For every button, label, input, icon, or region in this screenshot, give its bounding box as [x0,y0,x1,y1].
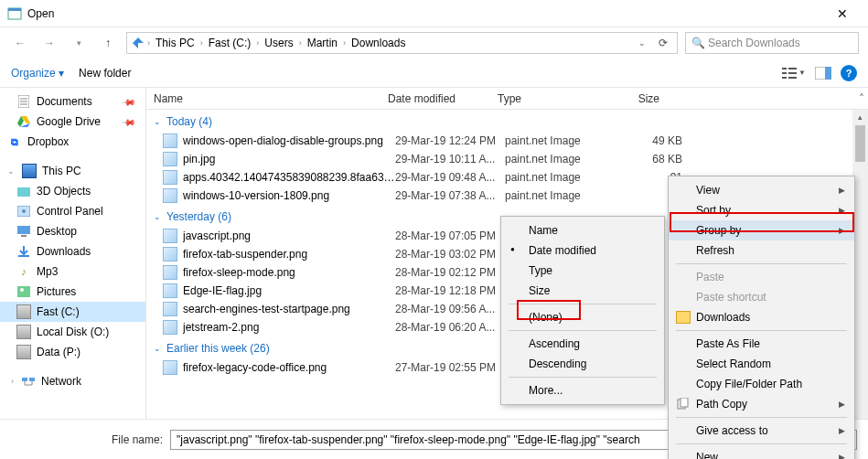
crumb-users[interactable]: Users [261,37,296,49]
sidebar-item-label: 3D Objects [37,185,91,197]
chevron-right-icon[interactable]: › [299,38,302,48]
file-date: 28-Mar-19 06:20 A... [395,321,505,334]
menu-downloads[interactable]: Downloads [669,307,854,327]
svg-rect-7 [788,77,797,79]
menu-paste-as-file[interactable]: Paste As File [669,334,854,354]
menu-descending[interactable]: Descending [501,354,664,374]
menu-date-modified[interactable]: Date modified [501,240,664,261]
col-type[interactable]: Type [490,92,604,105]
crumb-thispc[interactable]: This PC [152,37,198,49]
view-mode-button[interactable]: ▼ [782,67,806,80]
menu-copy-path[interactable]: Copy File/Folder Path [669,374,854,394]
sidebar-item-label: Data (P:) [37,346,80,358]
menu-refresh[interactable]: Refresh [669,240,854,261]
group-title: Yesterday (6) [166,210,231,223]
menu-paste[interactable]: Paste [669,267,854,287]
menu-ascending[interactable]: Ascending [501,334,664,354]
sidebar-item[interactable]: Documents📌 [0,91,145,112]
file-size: 49 KB [618,134,682,147]
help-button[interactable]: ? [841,65,857,81]
sidebar-item[interactable]: Pictures [0,282,145,302]
sidebar-item[interactable]: ♪Mp3 [0,262,145,282]
file-name: javascript.png [183,230,395,242]
menu-size[interactable]: Size [501,281,664,301]
address-bar[interactable]: › This PC › Fast (C:) › Users › Martin ›… [126,32,678,54]
organize-button[interactable]: Organize ▾ [11,67,64,80]
crumb-downloads[interactable]: Downloads [348,37,409,49]
file-name: pin.jpg [183,153,395,165]
recent-dropdown[interactable]: ▾ [68,32,90,54]
sidebar-item[interactable]: Desktop [0,221,145,241]
group-header[interactable]: ⌄Today (4) [146,110,868,132]
crumb-user[interactable]: Martin [304,37,341,49]
address-dropdown[interactable]: ⌄ [633,38,651,48]
col-date[interactable]: Date modified [380,92,490,105]
svg-rect-3 [782,72,787,74]
menu-select-random[interactable]: Select Random [669,354,854,374]
file-name: firefox-tab-suspender.png [183,248,395,261]
svg-rect-5 [788,68,797,69]
col-size[interactable]: Size [604,92,668,105]
sidebar-item[interactable]: Data (P:) [0,342,145,362]
menu-type[interactable]: Type [501,261,664,281]
crumb-drive[interactable]: Fast (C:) [205,37,255,49]
menu-new[interactable]: New▶ [669,447,854,459]
sidebar-item-label: This PC [42,165,81,177]
svg-rect-20 [17,226,30,234]
sidebar-item[interactable]: Downloads [0,241,145,262]
sidebar-item-label: Fast (C:) [37,305,80,318]
chevron-right-icon[interactable]: › [343,38,346,48]
toolbar: Organize ▾ New folder ▼ ? [0,59,868,88]
sidebar-item[interactable]: Google Drive📌 [0,112,145,132]
file-row[interactable]: pin.jpg 29-Mar-19 10:11 A... paint.net I… [146,150,868,168]
menu-view[interactable]: View▶ [669,180,854,200]
folder-icon [676,311,691,324]
svg-rect-31 [680,398,688,407]
sidebar-item[interactable]: Fast (C:) [0,302,145,322]
menu-give-access[interactable]: Give access to▶ [669,421,854,441]
forward-button[interactable]: → [38,32,60,54]
file-icon [163,152,177,166]
svg-rect-4 [782,77,787,79]
preview-pane-button[interactable] [815,67,831,80]
back-button[interactable]: ← [9,32,31,54]
sidebar: Documents📌Google Drive📌⧉Dropbox⌄This PC3… [0,88,146,435]
file-type: paint.net Image [505,171,618,184]
menu-more[interactable]: More... [501,380,664,400]
sidebar-item[interactable]: ⧉Dropbox [0,132,145,152]
chevron-right-icon[interactable]: › [200,38,203,48]
file-date: 29-Mar-19 09:48 A... [395,171,505,184]
search-icon: 🔍 [691,37,704,49]
up-button[interactable]: ↑ [97,32,119,54]
file-type: paint.net Image [505,134,618,147]
sidebar-item[interactable]: 3D Objects [0,181,145,201]
chevron-right-icon[interactable]: › [147,38,150,48]
sidebar-item-label: Desktop [37,225,77,238]
new-folder-button[interactable]: New folder [79,67,131,80]
menu-paste-shortcut[interactable]: Paste shortcut [669,287,854,307]
sidebar-item[interactable]: ›Network [0,371,145,391]
chevron-right-icon[interactable]: › [256,38,259,48]
svg-rect-6 [788,72,797,74]
chevron-down-icon: ⌄ [154,212,161,221]
file-icon [163,133,177,148]
file-type: paint.net Image [505,189,618,202]
sidebar-item[interactable]: Local Disk (O:) [0,322,145,342]
nav-row: ← → ▾ ↑ › This PC › Fast (C:) › Users › … [0,27,868,59]
pin-icon: 📌 [122,94,136,109]
group-title: Earlier this week (26) [166,342,270,355]
file-date: 29-Mar-19 07:38 A... [395,189,505,202]
close-button[interactable]: ✕ [824,6,861,21]
file-type: paint.net Image [505,153,618,165]
svg-rect-21 [21,235,27,237]
file-row[interactable]: windows-open-dialog-disable-groups.png 2… [146,132,868,150]
menu-path-copy[interactable]: Path Copy▶ [669,394,854,414]
col-name[interactable]: Name [146,92,380,105]
sidebar-item[interactable]: Control Panel [0,201,145,221]
menu-name[interactable]: Name [501,220,664,240]
refresh-button[interactable]: ⟳ [653,37,673,49]
search-input[interactable]: 🔍 Search Downloads [685,32,859,54]
svg-rect-1 [8,8,21,11]
scroll-up-icon[interactable]: ˄ [852,92,868,105]
sidebar-item[interactable]: ⌄This PC [0,161,145,181]
